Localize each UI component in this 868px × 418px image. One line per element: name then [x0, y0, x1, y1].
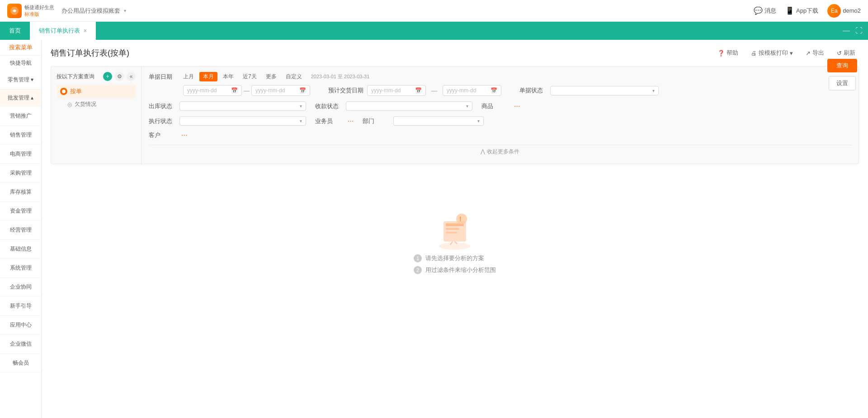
sidebar-item-member[interactable]: 畅会员	[0, 354, 41, 373]
print-icon: 🖨	[751, 50, 757, 57]
app-download-btn[interactable]: 📱 App下载	[785, 6, 818, 15]
page-content: 销售订单执行表(按单) ❓ 帮助 🖨 按模板打印 ▾ ↗ 导出	[42, 40, 868, 418]
empty-step-1: 1 请先选择要分析的方案	[414, 254, 496, 262]
step-num-2: 2	[414, 266, 422, 274]
scheme-active-icon	[60, 88, 67, 95]
dept-arrow: ▾	[477, 119, 480, 124]
sidebar-item-ecommerce[interactable]: 电商管理	[0, 145, 41, 164]
sidebar-search[interactable]: 搜索菜单	[0, 40, 41, 56]
filter-date: 单据日期 上月 本月 本年 近7天 更多 自定义	[149, 72, 306, 81]
print-dropdown-icon: ▾	[790, 50, 793, 57]
chevron-up-icon: ▴	[31, 95, 33, 101]
tab-close-btn[interactable]: ×	[84, 28, 87, 34]
date-more[interactable]: 更多	[262, 72, 280, 81]
date-7days[interactable]: 近7天	[239, 72, 260, 81]
logo-icon	[7, 4, 22, 18]
sidebar-item-newbie[interactable]: 新手引导	[0, 297, 41, 316]
export-btn[interactable]: ↗ 导出	[802, 47, 828, 59]
delivery-status-select[interactable]: ▾	[179, 101, 306, 111]
search-btn[interactable]: 查询	[827, 59, 857, 72]
help-btn[interactable]: ❓ 帮助	[714, 47, 742, 59]
date-this-year[interactable]: 本年	[219, 72, 237, 81]
tab-home[interactable]: 首页	[0, 22, 30, 40]
filter-right-panel: 单据日期 上月 本月 本年 近7天 更多 自定义 2023-03-01 至 20…	[142, 66, 859, 164]
message-btn[interactable]: 💬 消息	[754, 6, 776, 15]
sidebar-item-apps[interactable]: 应用中心	[0, 316, 41, 335]
help-icon: ❓	[717, 50, 725, 57]
empty-illustration: !	[432, 208, 477, 254]
sidebar-quick-nav[interactable]: 快捷导航	[0, 56, 41, 71]
user-area[interactable]: Ea demo2	[827, 4, 861, 18]
download-icon: 📱	[785, 6, 794, 15]
customer-picker-btn[interactable]: ···	[181, 131, 187, 139]
sidebar-item-corp[interactable]: 企业协同	[0, 278, 41, 297]
svg-rect-5	[446, 232, 457, 233]
maximize-btn[interactable]: ⛶	[855, 27, 863, 35]
payment-status-select[interactable]: ▾	[346, 101, 472, 111]
svg-point-1	[439, 242, 471, 250]
settings-btn[interactable]: 设置	[829, 76, 856, 90]
svg-text:!: !	[459, 215, 462, 223]
step-num-1: 1	[414, 254, 422, 262]
scheme-collapse-btn[interactable]: «	[127, 72, 136, 81]
expected-date-to-input[interactable]: yyyy-mm-dd 📅	[443, 85, 501, 96]
chevron-down-icon: ▾	[31, 76, 33, 83]
date-custom[interactable]: 自定义	[282, 72, 306, 81]
sidebar-item-operations[interactable]: 经营管理	[0, 221, 41, 240]
export-icon: ↗	[806, 50, 811, 57]
app-title-bar: 办公用品行业模拟账套 ▾	[61, 7, 746, 15]
exec-status-select[interactable]: ▾	[179, 116, 306, 126]
payment-status-label: 收款状态	[315, 102, 342, 110]
delivery-arrow: ▾	[300, 104, 302, 109]
filter-expected-date: 预计交货日期 yyyy-mm-dd 📅 — yyyy-mm-dd 📅	[328, 85, 501, 96]
date-to-input[interactable]: yyyy-mm-dd 📅	[251, 85, 310, 96]
sidebar-item-wholesale[interactable]: 批发管理 ▴	[0, 90, 41, 107]
product-picker-btn[interactable]: ···	[514, 102, 520, 110]
empty-step-2: 2 用过滤条件来缩小分析范围	[414, 266, 496, 274]
collapse-icon: ⋀	[481, 148, 486, 155]
empty-steps: 1 请先选择要分析的方案 2 用过滤条件来缩小分析范围	[414, 254, 496, 278]
scheme-settings-btn[interactable]: ⚙	[115, 72, 124, 81]
svg-rect-4	[446, 228, 459, 230]
sidebar-item-purchase[interactable]: 采购管理	[0, 164, 41, 183]
action-row: 查询 设置	[827, 59, 857, 90]
expected-date-from-input[interactable]: yyyy-mm-dd 📅	[367, 85, 426, 96]
scheme-sub-shortage[interactable]: ◎ 欠货情况	[57, 98, 136, 110]
sidebar-item-retail[interactable]: 零售管理 ▾	[0, 71, 41, 90]
scheme-item-by-order[interactable]: 按单	[57, 85, 136, 98]
date-options: 上月 本月 本年 近7天 更多 自定义	[179, 72, 306, 81]
filter-row-3: 出库状态 ▾ 收款状态 ▾	[149, 101, 851, 111]
filter-product: 商品 ···	[481, 102, 520, 110]
tab-sales-exec[interactable]: 销售订单执行表 ×	[30, 22, 96, 40]
logo-area: 畅捷通好生意 标准版	[7, 4, 54, 18]
sidebar-item-basic[interactable]: 基础信息	[0, 240, 41, 259]
date-last-month[interactable]: 上月	[179, 72, 198, 81]
sidebar-item-finance[interactable]: 资金管理	[0, 202, 41, 221]
filter-department: 部门 ▾	[363, 116, 484, 126]
sidebar-item-inventory[interactable]: 库存核算	[0, 183, 41, 202]
header-actions: ❓ 帮助 🖨 按模板打印 ▾ ↗ 导出 ↺ 刷新	[714, 47, 859, 59]
order-status-select[interactable]: ▾	[550, 86, 659, 95]
sidebar-item-wechat[interactable]: 企业微信	[0, 335, 41, 354]
sidebar-item-marketing[interactable]: 营销推广	[0, 107, 41, 126]
app-title-dropdown[interactable]: ▾	[124, 8, 126, 13]
add-scheme-btn[interactable]: +	[103, 72, 112, 81]
collapse-btn[interactable]: ⋀ 收起更多条件	[149, 145, 851, 158]
nav-tabs: 首页 销售订单执行表 × — ⛶	[0, 22, 868, 40]
refresh-btn[interactable]: ↺ 刷新	[833, 47, 859, 59]
print-btn[interactable]: 🖨 按模板打印 ▾	[747, 47, 797, 59]
calendar-icon-4: 📅	[491, 87, 497, 94]
filter-section: 按以下方案查询 + ⚙ « 按单 ◎	[51, 66, 859, 164]
page-title: 销售订单执行表(按单)	[51, 48, 129, 58]
filter-left-panel: 按以下方案查询 + ⚙ « 按单 ◎	[51, 66, 142, 164]
minimize-btn[interactable]: —	[843, 27, 850, 35]
sidebar-item-sales[interactable]: 销售管理	[0, 126, 41, 145]
app-title: 办公用品行业模拟账套	[61, 7, 120, 15]
department-select[interactable]: ▾	[393, 116, 484, 126]
salesperson-picker-btn[interactable]: ···	[348, 117, 354, 125]
expected-date-label: 预计交货日期	[328, 86, 363, 95]
date-from-input[interactable]: yyyy-mm-dd 📅	[183, 85, 242, 96]
date-this-month[interactable]: 本月	[199, 72, 217, 81]
message-icon: 💬	[754, 6, 763, 15]
sidebar-item-system[interactable]: 系统管理	[0, 259, 41, 278]
